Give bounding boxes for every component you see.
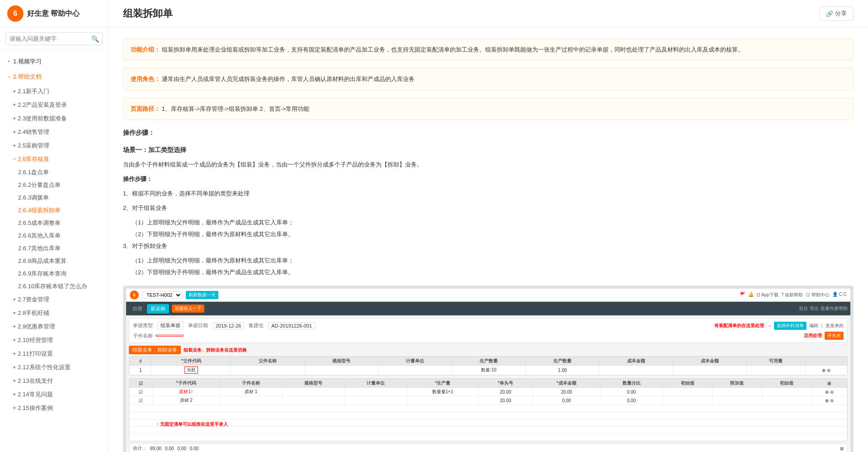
top-bar: 组装拆卸单 🔗 分享 xyxy=(108,0,868,28)
sidebar-item-2.6.3[interactable]: 2.6.3调拨单 xyxy=(0,191,108,204)
th-unit: 计量单位 xyxy=(378,357,452,366)
search-input[interactable] xyxy=(5,32,103,45)
sidebar-item-faq[interactable]: + 2.14常见问题 xyxy=(0,388,108,401)
sidebar-item-2.6.6[interactable]: 2.6.6其他入库单 xyxy=(0,229,108,242)
company-selector[interactable]: TEST-H002 xyxy=(142,291,182,299)
form-value-type[interactable]: 组装单据 xyxy=(157,321,184,330)
sidebar-item-mobile[interactable]: + 2.8手机旺铺 xyxy=(0,306,108,320)
refresh-btn[interactable]: 刷新数据一天 xyxy=(186,291,218,299)
td-unit xyxy=(378,366,452,375)
path-label: 页面路径： xyxy=(131,105,160,112)
sidebar-item-2.6.1[interactable]: 2.6.1盘点单 xyxy=(0,166,108,179)
role-block: 使用角色： 通常由生产人员或库管人员完成拆装业务的操作，库管人员确认原材料的出库… xyxy=(123,68,854,90)
sub-td-unit2 xyxy=(344,396,407,405)
nav-item-caigou[interactable]: 新采购 xyxy=(147,304,169,314)
main-content: 组装拆卸单 🔗 分享 功能介绍： 组装拆卸单用来处理企业组装或拆卸等加工业务，支… xyxy=(108,0,868,452)
sidebar-item-system[interactable]: + 2.12系统个性化设置 xyxy=(0,361,108,374)
th-cost2: 成本金额 xyxy=(673,357,746,366)
sub-th-init2: 初始值 xyxy=(762,379,811,388)
steps-label: 操作步骤： xyxy=(123,129,854,137)
search-icon[interactable]: 🔍 xyxy=(91,35,99,43)
annotation2-area: 组装业务，拆卸业务 组装业务、拆卸业务在这里切换 xyxy=(129,346,848,354)
sidebar-item-2.6.2[interactable]: 2.6.2分量盘点单 xyxy=(0,179,108,191)
step2-2: （2）下部明细为子件明细，最终作为原材料生成其它出库单。 xyxy=(123,228,854,240)
td-name xyxy=(231,366,305,375)
sidebar-item-capital[interactable]: + 2.7资金管理 xyxy=(0,293,108,306)
sub-td-qty2 xyxy=(407,396,478,405)
logo-icon: 6 xyxy=(7,5,24,22)
form-action-edit[interactable]: 编辑 ｜ 发发来的 xyxy=(809,323,844,329)
sidebar-item-new-user[interactable]: + 2.1新手入门 xyxy=(0,85,108,98)
th-name: 父件名称 xyxy=(231,357,305,366)
sub-td-init2 xyxy=(762,388,811,396)
table-row: 1 光机 数量:10 1.00 xyxy=(130,366,847,375)
nav-section-video: + 1.视频学习 xyxy=(0,54,108,69)
sidebar-item-purchase[interactable]: + 2.5采购管理 xyxy=(0,139,108,152)
apps-icon: ☷ App下载 xyxy=(756,292,778,298)
form-label-group: 集团仓 xyxy=(249,322,264,329)
sub-td-spec xyxy=(282,388,344,396)
new-doc-btn[interactable]: 新建收入一下 xyxy=(172,305,204,313)
totals-actions: ⊞ xyxy=(840,446,844,451)
plus-icon: + xyxy=(7,58,10,65)
nav-action-setting[interactable]: 批量作废帮助 xyxy=(821,305,848,312)
form-label-type: 单据类型 xyxy=(133,322,153,329)
user-icon: 👤 C.C xyxy=(832,292,847,298)
sub-td-spec2 xyxy=(282,396,344,405)
select-list-btn[interactable]: 选择外科清单 xyxy=(774,322,807,330)
td-spec xyxy=(305,366,378,375)
sub-table-row-empty xyxy=(130,405,847,412)
sidebar-item-sales[interactable]: + 2.4销售管理 xyxy=(0,125,108,139)
sidebar-item-management[interactable]: + 2.10经营管理 xyxy=(0,333,108,347)
nav-section-docs: − 2.帮助文档 + 2.1新手入门 + 2.2产品安装及登录 + 2.3使用前… xyxy=(0,69,108,415)
sub-td-name: 原材 1 xyxy=(220,388,282,396)
support-icon: ◎ 帮助中心 xyxy=(806,292,830,298)
sidebar-item-2.6.4[interactable]: 2.6.4组装拆卸单 xyxy=(0,204,108,217)
sidebar-item-install[interactable]: + 2.2产品安装及登录 xyxy=(0,98,108,112)
nav-action-print[interactable]: 后台 xyxy=(799,305,808,312)
sidebar-item-print[interactable]: + 2.11打印设置 xyxy=(0,347,108,361)
sub-td-sel2: ☑ xyxy=(130,396,153,405)
sub-table-row-empty xyxy=(130,434,847,441)
sidebar-header: 6 好生意 帮助中心 xyxy=(0,0,108,28)
annotation1-group: 有装配清单的在这里处理 → 选择外科清单 编辑 ｜ 发发来的 xyxy=(714,322,844,330)
sidebar-item-coupon[interactable]: + 2.9优惠券管理 xyxy=(0,320,108,333)
sidebar-item-2.6.9[interactable]: 2.6.9库存账本查询 xyxy=(0,267,108,280)
function-intro-label: 功能介绍： xyxy=(131,46,160,53)
nav-action-export[interactable]: 导出 xyxy=(810,305,819,312)
step2: 2、对于组装业务 xyxy=(123,202,854,214)
sidebar-item-2.6.8[interactable]: 2.6.8商品成本重算 xyxy=(0,255,108,267)
sidebar-item-inventory[interactable]: − 2.6库存核算 xyxy=(0,152,108,166)
sub-td-code: 原材1↑ xyxy=(152,388,220,396)
plus-icon: + xyxy=(13,323,18,330)
sidebar-item-video[interactable]: + 1.视频学习 xyxy=(0,54,108,69)
nav-item-ziying[interactable]: 自营 xyxy=(129,304,146,314)
th-spec: 规格型号 xyxy=(305,357,378,366)
step1: 1、根据不同的业务，选择不同单据的类型来处理 xyxy=(123,188,854,200)
sidebar-item-2.6.7[interactable]: 2.6.7其他出库单 xyxy=(0,242,108,255)
th-qty: 生产数量 xyxy=(452,357,526,366)
sidebar-item-2.6.5[interactable]: 2.6.5成本调整单 xyxy=(0,217,108,229)
sub-td-cost2: 0.00 xyxy=(533,396,600,405)
sidebar-item-cases[interactable]: + 2.15操作案例 xyxy=(0,401,108,415)
form-field-child[interactable] xyxy=(156,335,184,337)
th-num: # xyxy=(130,357,151,366)
sidebar-item-data-prep[interactable]: + 2.3使用前数据准备 xyxy=(0,112,108,125)
sub-td-pct: 0.00 xyxy=(600,388,663,396)
sub-annotation-text1: 原材1↑ xyxy=(179,389,193,394)
sub-th-ops: ⊞ xyxy=(811,379,847,388)
sidebar-item-online-pay[interactable]: + 2.13在线支付 xyxy=(0,374,108,388)
annotation3-text: 启用处理 xyxy=(804,333,822,339)
sidebar-item-docs[interactable]: − 2.帮助文档 xyxy=(0,69,108,85)
form-value-id[interactable]: AD-20191226-001 xyxy=(268,322,315,329)
app-content: 单据类型 组装单据 单据日期 2019-12-26 集团仓 AD-2019122… xyxy=(126,315,850,452)
sidebar-item-2.6.10[interactable]: 2.6.10库存账本错了怎么办 xyxy=(0,280,108,293)
enable-btn[interactable]: 开关来 xyxy=(825,332,844,340)
plus-icon: + xyxy=(13,391,18,398)
sub-td-name2 xyxy=(220,396,282,405)
share-button[interactable]: 🔗 分享 xyxy=(819,6,854,21)
help-icon: ? 佑助帮助 xyxy=(781,292,803,298)
scene1-desc: 当由多个子件材料组装成一个成品的业务为【组装】业务，当由一个父件拆分成多个子产品… xyxy=(123,159,854,171)
plus-icon: + xyxy=(13,115,18,122)
form-value-date[interactable]: 2019-12-26 xyxy=(212,322,244,329)
